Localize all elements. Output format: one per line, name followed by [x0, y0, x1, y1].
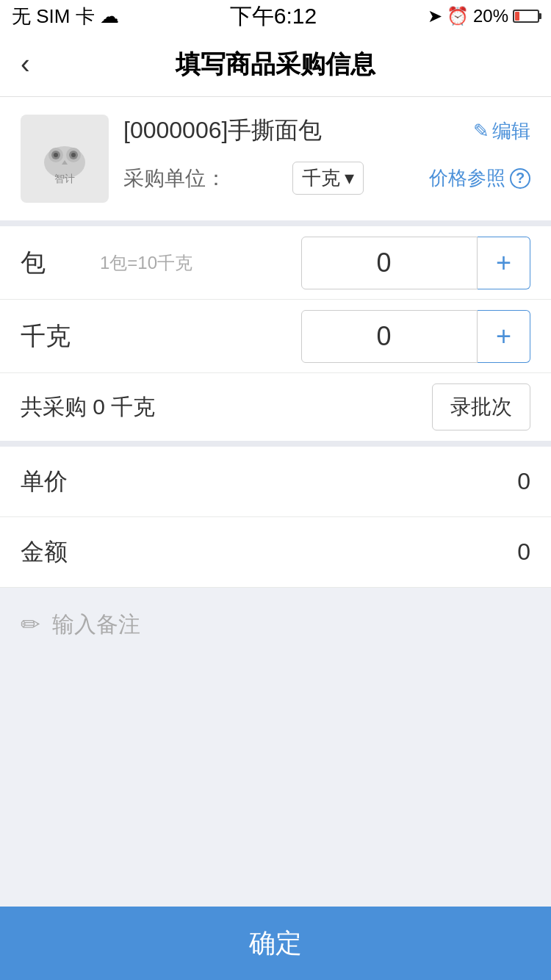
svg-point-5 — [54, 153, 58, 157]
battery-fill — [515, 12, 519, 21]
bag-sublabel: 1包=10千克 — [100, 251, 301, 275]
status-time: 下午6:12 — [230, 1, 317, 32]
batch-button[interactable]: 录批次 — [432, 383, 530, 430]
bag-label: 包 — [21, 246, 94, 280]
status-bar: 无 SIM 卡 ☁ 下午6:12 ➤ ⏰ 20% — [0, 0, 551, 32]
unit-price-label: 单价 — [21, 466, 68, 498]
alarm-icon: ⏰ — [447, 6, 469, 26]
kg-input-row: 千克 + — [0, 300, 551, 373]
status-right: ➤ ⏰ 20% — [428, 6, 539, 26]
nav-bar: ‹ 填写商品采购信息 — [0, 32, 551, 97]
product-unit-row: 采购单位： 千克 ▾ 价格参照 ? — [123, 162, 530, 195]
note-section[interactable]: ✏ 输入备注 — [0, 588, 551, 661]
note-placeholder: 输入备注 — [52, 610, 140, 640]
price-section: 单价 0 金额 0 — [0, 447, 551, 588]
price-ref-label: 价格参照 — [429, 165, 505, 191]
input-section: 包 1包=10千克 + 千克 + — [0, 226, 551, 373]
confirm-button[interactable]: 确定 — [0, 907, 551, 980]
kg-quantity-input[interactable] — [301, 310, 478, 363]
unit-price-row: 单价 0 — [0, 447, 551, 517]
bag-input-row: 包 1包=10千克 + — [0, 226, 551, 300]
product-image: 智计 — [21, 115, 109, 203]
owl-logo-icon: 智计 — [35, 129, 94, 188]
kg-input-control: + — [301, 310, 530, 363]
bag-plus-button[interactable]: + — [478, 237, 530, 289]
product-name: [0000006]手撕面包 — [123, 115, 322, 147]
svg-text:智计: 智计 — [54, 173, 75, 184]
sim-label: 无 SIM 卡 ☁ — [12, 4, 119, 29]
svg-point-6 — [71, 153, 76, 157]
product-header: [0000006]手撕面包 ✎ 编辑 — [123, 115, 530, 147]
unit-value: 千克 — [302, 165, 340, 191]
product-info: [0000006]手撕面包 ✎ 编辑 采购单位： 千克 ▾ 价格参照 ? — [123, 115, 530, 195]
back-button[interactable]: ‹ — [21, 48, 30, 80]
unit-select[interactable]: 千克 ▾ — [292, 162, 364, 195]
help-icon: ? — [510, 168, 530, 189]
content-spacer — [0, 661, 551, 907]
amount-value: 0 — [517, 538, 530, 566]
edit-button[interactable]: ✎ 编辑 — [473, 118, 530, 144]
unit-label: 采购单位： — [123, 165, 226, 192]
kg-plus-button[interactable]: + — [478, 310, 530, 363]
bag-input-control: + — [301, 237, 530, 289]
amount-label: 金额 — [21, 536, 68, 569]
unit-price-value: 0 — [517, 468, 530, 495]
battery-icon — [513, 10, 539, 23]
product-card: 智计 [0000006]手撕面包 ✎ 编辑 采购单位： 千克 ▾ 价格参照 ? — [0, 97, 551, 226]
total-label: 共采购 0 千克 — [21, 392, 155, 422]
location-icon: ➤ — [428, 6, 442, 26]
page-title: 填写商品采购信息 — [176, 48, 375, 82]
status-left: 无 SIM 卡 ☁ — [12, 4, 119, 29]
price-ref-button[interactable]: 价格参照 ? — [429, 165, 530, 191]
battery-percent: 20% — [473, 6, 508, 26]
amount-row: 金额 0 — [0, 517, 551, 588]
kg-label: 千克 — [21, 320, 94, 353]
edit-icon: ✎ — [473, 120, 489, 143]
chevron-down-icon: ▾ — [345, 167, 354, 190]
total-row: 共采购 0 千克 录批次 — [0, 373, 551, 447]
pencil-icon: ✏ — [21, 610, 40, 638]
bag-quantity-input[interactable] — [301, 237, 478, 289]
